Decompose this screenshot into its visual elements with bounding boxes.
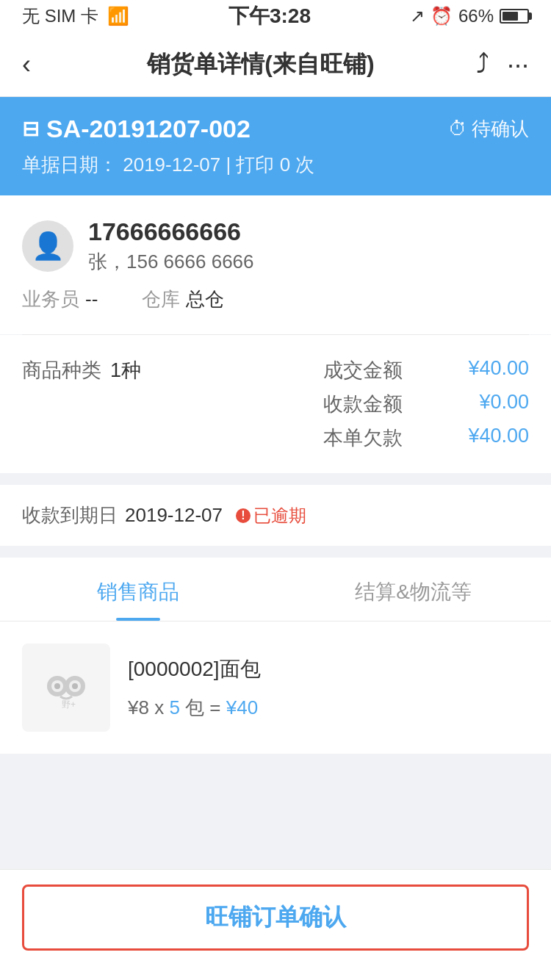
product-type-label: 商品种类 [22,357,101,383]
product-type-value: 1种 [110,357,141,383]
nav-bar: ‹ 销货单详情(来自旺铺) ⤴ ··· [0,32,551,97]
svg-point-5 [72,683,78,689]
date-label: 单据日期： [22,154,118,176]
alarm-icon: ⏰ [431,6,453,26]
header-banner: ⊟ SA-20191207-002 ⏱ 待确认 单据日期： 2019-12-07… [0,97,551,195]
print-text: | 打印 0 次 [226,154,314,176]
tab-settlement-label: 结算&物流等 [355,580,472,603]
customer-info: 17666666666 张，156 6666 6666 [88,217,254,275]
summary-card: 商品种类 1种 成交金额 ¥40.00 收款金额 ¥0.00 本单欠款 ¥40.… [0,335,551,473]
amount-label-2: 本单欠款 [323,425,403,451]
customer-phone: 17666666666 [88,217,254,246]
overdue-text: 已逾期 [253,504,306,527]
battery-fill [503,12,518,21]
order-status: ⏱ 待确认 [448,116,529,142]
svg-point-4 [54,683,60,689]
status-time: 下午3:28 [228,2,311,30]
sales-value: -- [85,288,98,311]
sales-label: 业务员 [22,287,79,312]
product-thumbnail: 野+ [22,644,110,732]
date-value: 2019-12-07 [123,154,220,176]
svg-text:野+: 野+ [62,699,76,710]
amount-value-1: ¥0.00 [479,391,529,417]
customer-meta: 业务员 -- 仓库 总仓 [22,287,529,312]
price-amount: ¥8 [128,696,149,718]
overdue-badge: ! 已逾期 [236,504,306,527]
price-multiply: x [154,696,169,718]
overdue-label: 收款到期日 [22,502,118,528]
tab-sales-products[interactable]: 销售商品 [0,558,276,621]
confirm-order-button[interactable]: 旺铺订单确认 [22,884,529,951]
bottom-bar: 旺铺订单确认 [0,869,551,980]
customer-card: 👤 17666666666 张，156 6666 6666 业务员 -- 仓库 … [0,195,551,334]
product-price: ¥8 x 5 包 = ¥40 [128,695,529,721]
page-title: 销货单详情(来自旺铺) [46,48,476,81]
product-total: ¥40 [226,696,258,718]
price-equals: = [209,696,226,718]
avatar: 👤 [22,220,73,272]
amount-row-2: 本单欠款 ¥40.00 [323,425,529,451]
nav-actions: ⤴ ··· [476,49,529,80]
customer-name: 张，156 6666 6666 [88,249,254,275]
share-button[interactable]: ⤴ [476,49,489,80]
carrier-text: 无 SIM 卡 [22,4,98,28]
amount-row-1: 收款金额 ¥0.00 [323,391,529,417]
sales-meta: 业务员 -- [22,287,98,312]
customer-top: 👤 17666666666 张，156 6666 6666 [22,217,529,275]
amount-label-0: 成交金额 [323,357,403,383]
amount-value-2: ¥40.00 [468,425,529,451]
status-left: 无 SIM 卡 📶 [22,4,129,28]
summary-right: 成交金额 ¥40.00 收款金额 ¥0.00 本单欠款 ¥40.00 [323,357,529,451]
order-number-text: SA-20191207-002 [46,115,251,143]
summary-left: 商品种类 1种 [22,357,141,383]
warehouse-value: 总仓 [186,287,224,312]
divider-2 [0,546,551,558]
overdue-dot-icon: ! [236,508,251,523]
tabs-bar: 销售商品 结算&物流等 [0,558,551,621]
header-sub: 单据日期： 2019-12-07 | 打印 0 次 [22,152,529,178]
status-bar: 无 SIM 卡 📶 下午3:28 ↗ ⏰ 66% [0,0,551,32]
status-right: ↗ ⏰ 66% [410,6,529,26]
order-number: ⊟ SA-20191207-002 [22,115,251,143]
warehouse-label: 仓库 [142,287,180,312]
order-icon: ⊟ [22,117,39,141]
product-list: 野+ [0000002]面包 ¥8 x 5 包 = ¥40 [0,621,551,754]
product-name: [0000002]面包 [128,655,529,683]
price-unit: 包 [185,696,204,718]
overdue-card: 收款到期日 2019-12-07 ! 已逾期 [0,485,551,546]
status-text: 待确认 [472,116,529,142]
summary-row: 商品种类 1种 成交金额 ¥40.00 收款金额 ¥0.00 本单欠款 ¥40.… [22,357,529,451]
tab-settlement[interactable]: 结算&物流等 [276,558,551,621]
amount-label-1: 收款金额 [323,391,403,417]
battery-text: 66% [458,6,494,26]
product-info: [0000002]面包 ¥8 x 5 包 = ¥40 [128,655,529,721]
amount-value-0: ¥40.00 [468,357,529,383]
tab-sales-label: 销售商品 [97,580,179,603]
amount-row-0: 成交金额 ¥40.00 [323,357,529,383]
product-logo-icon: 野+ [37,666,96,710]
battery-bar [500,9,529,24]
avatar-icon: 👤 [32,231,65,262]
overdue-date: 2019-12-07 [125,504,223,527]
wifi-icon: 📶 [107,6,129,26]
divider-1 [0,473,551,485]
product-item: 野+ [0000002]面包 ¥8 x 5 包 = ¥40 [0,621,551,754]
status-clock-icon: ⏱ [448,118,467,140]
product-qty: 5 [169,696,179,718]
warehouse-meta: 仓库 总仓 [142,287,224,312]
more-button[interactable]: ··· [507,49,529,80]
back-button[interactable]: ‹ [22,49,31,80]
location-icon: ↗ [410,6,425,26]
header-top: ⊟ SA-20191207-002 ⏱ 待确认 [22,115,529,143]
